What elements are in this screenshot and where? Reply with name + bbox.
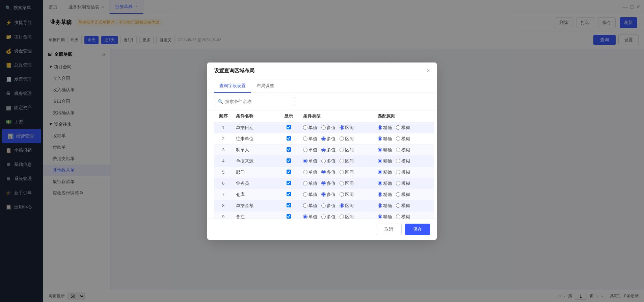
cancel-button[interactable]: 取消 bbox=[376, 224, 402, 235]
dialog-header: 设置查询区域布局 × bbox=[207, 62, 437, 79]
table-row-name: 制单人 bbox=[233, 144, 277, 155]
radio-range[interactable]: 区间 bbox=[340, 192, 354, 198]
radio-range[interactable]: 区间 bbox=[340, 203, 354, 209]
radio-exact[interactable]: 精确 bbox=[378, 203, 392, 209]
radio-multi[interactable]: 多值 bbox=[321, 125, 336, 131]
radio-single[interactable]: 单值 bbox=[303, 192, 317, 198]
table-row-display[interactable] bbox=[277, 155, 300, 167]
display-checkbox[interactable] bbox=[287, 181, 291, 185]
search-icon2: 🔍 bbox=[218, 99, 223, 104]
table-row-matchrule: 精确 模糊 bbox=[374, 144, 434, 155]
table-row-condtype: 单值 多值 区间 bbox=[300, 167, 374, 178]
display-checkbox[interactable] bbox=[287, 203, 291, 207]
radio-multi[interactable]: 多值 bbox=[321, 180, 336, 186]
table-row-condtype: 单值 多值 区间 bbox=[300, 122, 374, 133]
radio-exact[interactable]: 精确 bbox=[378, 136, 392, 142]
table-row-condtype: 单值 多值 区间 bbox=[300, 144, 374, 155]
radio-range[interactable]: 区间 bbox=[340, 180, 354, 186]
display-checkbox[interactable] bbox=[287, 192, 291, 196]
table-row-matchrule: 精确 模糊 bbox=[374, 155, 434, 167]
dialog-close-btn[interactable]: × bbox=[426, 67, 430, 74]
radio-exact[interactable]: 精确 bbox=[378, 125, 392, 131]
table-row-display[interactable] bbox=[277, 144, 300, 155]
dialog-table-head: 顺序 条件名称 显示 条件类型 匹配原则 bbox=[214, 110, 434, 122]
radio-fuzzy[interactable]: 模糊 bbox=[396, 203, 410, 209]
radio-multi[interactable]: 多值 bbox=[321, 147, 336, 153]
th-matchrule: 匹配原则 bbox=[374, 110, 434, 122]
radio-exact[interactable]: 精确 bbox=[378, 192, 392, 198]
table-row-name: 单据金额 bbox=[233, 200, 277, 211]
radio-range[interactable]: 区间 bbox=[340, 214, 354, 219]
radio-single[interactable]: 单值 bbox=[303, 214, 317, 219]
table-row-matchrule: 精确 模糊 bbox=[374, 122, 434, 133]
radio-fuzzy[interactable]: 模糊 bbox=[396, 214, 410, 219]
table-row-condtype: 单值 多值 区间 bbox=[300, 155, 374, 167]
dialog-tabs: 查询字段设置 布局调整 bbox=[207, 79, 437, 93]
radio-exact[interactable]: 精确 bbox=[378, 169, 392, 175]
dialog-table-body: 1 单据日期 单值 多值 区间 精确 模糊 2 往来单位 单值 bbox=[214, 122, 434, 219]
tab-layout[interactable]: 布局调整 bbox=[251, 79, 279, 93]
table-row-condtype: 单值 多值 区间 bbox=[300, 211, 374, 219]
radio-single[interactable]: 单值 bbox=[303, 136, 317, 142]
radio-fuzzy[interactable]: 模糊 bbox=[396, 147, 410, 153]
radio-fuzzy[interactable]: 模糊 bbox=[396, 180, 410, 186]
table-row-display[interactable] bbox=[277, 211, 300, 219]
th-order: 顺序 bbox=[214, 110, 233, 122]
table-row-name: 单据来源 bbox=[233, 155, 277, 167]
radio-range[interactable]: 区间 bbox=[340, 136, 354, 142]
tab-fields[interactable]: 查询字段设置 bbox=[214, 79, 251, 93]
table-row-name: 业务员 bbox=[233, 178, 277, 189]
table-row-matchrule: 精确 模糊 bbox=[374, 189, 434, 200]
dialog-title: 设置查询区域布局 bbox=[214, 68, 254, 74]
radio-range[interactable]: 区间 bbox=[340, 125, 354, 131]
save-dialog-button[interactable]: 保存 bbox=[405, 224, 430, 235]
radio-single[interactable]: 单值 bbox=[303, 158, 317, 164]
display-checkbox[interactable] bbox=[287, 136, 291, 141]
table-row-display[interactable] bbox=[277, 189, 300, 200]
radio-single[interactable]: 单值 bbox=[303, 203, 317, 209]
radio-fuzzy[interactable]: 模糊 bbox=[396, 125, 410, 131]
radio-range[interactable]: 区间 bbox=[340, 169, 354, 175]
display-checkbox[interactable] bbox=[287, 147, 291, 152]
display-checkbox[interactable] bbox=[287, 170, 291, 174]
radio-exact[interactable]: 精确 bbox=[378, 214, 392, 219]
radio-exact[interactable]: 精确 bbox=[378, 147, 392, 153]
radio-single[interactable]: 单值 bbox=[303, 169, 317, 175]
radio-single[interactable]: 单值 bbox=[303, 147, 317, 153]
radio-exact[interactable]: 精确 bbox=[378, 158, 392, 164]
table-row-display[interactable] bbox=[277, 178, 300, 189]
table-row-display[interactable] bbox=[277, 122, 300, 133]
display-checkbox[interactable] bbox=[287, 214, 291, 219]
radio-single[interactable]: 单值 bbox=[303, 125, 317, 131]
radio-multi[interactable]: 多值 bbox=[321, 158, 336, 164]
table-row-condtype: 单值 多值 区间 bbox=[300, 178, 374, 189]
radio-fuzzy[interactable]: 模糊 bbox=[396, 169, 410, 175]
radio-fuzzy[interactable]: 模糊 bbox=[396, 158, 410, 164]
display-checkbox[interactable] bbox=[287, 158, 291, 163]
radio-multi[interactable]: 多值 bbox=[321, 192, 336, 198]
search-field[interactable] bbox=[225, 99, 291, 104]
table-row-display[interactable] bbox=[277, 167, 300, 178]
table-row-condtype: 单值 多值 区间 bbox=[300, 189, 374, 200]
table-row-display[interactable] bbox=[277, 200, 300, 211]
radio-fuzzy[interactable]: 模糊 bbox=[396, 136, 410, 142]
table-row-matchrule: 精确 模糊 bbox=[374, 200, 434, 211]
search-wrap: 🔍 bbox=[214, 97, 295, 106]
radio-fuzzy[interactable]: 模糊 bbox=[396, 192, 410, 198]
table-row-condtype: 单值 多值 区间 bbox=[300, 133, 374, 144]
radio-range[interactable]: 区间 bbox=[340, 158, 354, 164]
radio-multi[interactable]: 多值 bbox=[321, 214, 336, 219]
display-checkbox[interactable] bbox=[287, 125, 291, 129]
radio-single[interactable]: 单值 bbox=[303, 180, 317, 186]
table-row-order: 2 bbox=[214, 133, 233, 144]
table-row-condtype: 单值 多值 区间 bbox=[300, 200, 374, 211]
radio-exact[interactable]: 精确 bbox=[378, 180, 392, 186]
table-row-display[interactable] bbox=[277, 133, 300, 144]
radio-range[interactable]: 区间 bbox=[340, 147, 354, 153]
radio-multi[interactable]: 多值 bbox=[321, 136, 336, 142]
th-display: 显示 bbox=[277, 110, 300, 122]
table-row-order: 3 bbox=[214, 144, 233, 155]
dialog-table: 顺序 条件名称 显示 条件类型 匹配原则 1 单据日期 单值 多值 区间 bbox=[214, 110, 434, 219]
radio-multi[interactable]: 多值 bbox=[321, 169, 336, 175]
radio-multi[interactable]: 多值 bbox=[321, 203, 336, 209]
